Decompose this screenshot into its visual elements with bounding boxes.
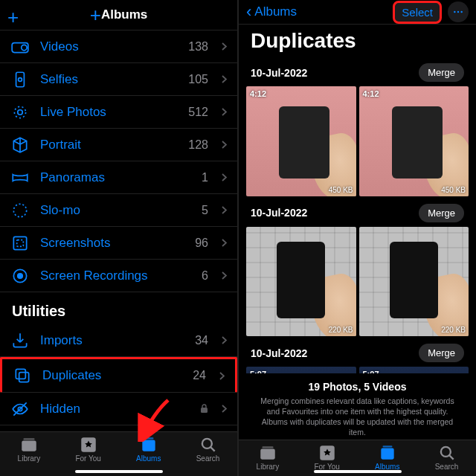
row-label: Live Photos <box>40 105 178 120</box>
row-label: Screenshots <box>40 236 184 251</box>
for-you-icon <box>318 445 337 461</box>
chevron-right-icon <box>222 108 227 116</box>
svg-rect-21 <box>144 437 153 439</box>
row-count: 5 <box>202 204 208 217</box>
album-row-selfies[interactable]: Selfies105 <box>0 63 237 96</box>
chevron-right-icon <box>222 75 227 83</box>
album-row-slo-mo[interactable]: Slo-mo5 <box>0 194 237 227</box>
chevron-right-icon <box>219 372 225 380</box>
portrait-icon <box>10 135 30 155</box>
row-label: Imports <box>40 333 184 348</box>
row-label: Videos <box>40 39 178 54</box>
chevron-right-icon <box>222 141 227 149</box>
duplicate-thumb[interactable]: 5:07758 KB <box>246 367 356 373</box>
duplicate-thumb[interactable]: 4:12450 KB <box>246 86 356 196</box>
back-button[interactable]: ‹ Albums <box>246 2 297 22</box>
duplicate-group: 10-Jul-2022Merge5:07758 KB5:07758 KB <box>243 341 472 373</box>
svg-rect-18 <box>23 438 34 440</box>
for-you-icon <box>79 437 98 453</box>
nav-bar: + Albums + <box>0 0 237 30</box>
utility-row-duplicates[interactable]: Duplicates24 <box>0 357 237 393</box>
thumb-size: 450 KB <box>329 186 353 194</box>
duplicate-thumb[interactable]: 4:12450 KB <box>359 86 469 196</box>
duplicate-thumb[interactable]: 220 KB <box>359 227 469 337</box>
tab-bar: Library For You Albums Search <box>239 440 476 476</box>
footer-note: 19 Photos, 5 Videos Merging combines rel… <box>239 373 476 440</box>
svg-rect-27 <box>260 448 275 459</box>
svg-point-10 <box>18 274 23 279</box>
albums-icon <box>378 445 397 461</box>
svg-rect-17 <box>22 440 36 451</box>
thumb-time: 4:12 <box>250 89 266 98</box>
row-label: Hidden <box>40 402 190 416</box>
lock-icon <box>200 404 208 414</box>
tab-albums[interactable]: Albums <box>136 437 161 463</box>
album-row-screenshots[interactable]: Screenshots96 <box>0 227 237 260</box>
add-icon[interactable]: + <box>7 6 19 29</box>
search-icon <box>199 437 218 453</box>
duplicates-icon <box>13 366 32 385</box>
row-label: Screen Recordings <box>40 268 191 283</box>
home-indicator[interactable] <box>314 470 402 473</box>
svg-point-32 <box>440 446 450 456</box>
thumb-row: 220 KB220 KB <box>243 227 472 337</box>
thumb-time: 5:07 <box>363 370 379 373</box>
utility-row-hidden[interactable]: Hidden <box>0 393 237 425</box>
merge-button[interactable]: Merge <box>419 344 464 362</box>
tab-search[interactable]: Search <box>196 437 220 463</box>
album-row-videos[interactable]: Videos138 <box>0 30 237 63</box>
svg-rect-8 <box>17 239 24 246</box>
thumb-size: 220 KB <box>329 326 353 334</box>
row-count: 105 <box>188 73 208 86</box>
select-button[interactable]: Select <box>394 2 440 22</box>
album-list[interactable]: Videos138Selfies105Live Photos512Portrai… <box>0 30 237 431</box>
tab-albums[interactable]: Albums <box>375 445 399 471</box>
add-button[interactable]: + <box>90 4 101 27</box>
duplicates-list[interactable]: 10-Jul-2022Merge4:12450 KB4:12450 KB10-J… <box>239 60 476 373</box>
svg-point-6 <box>13 204 26 216</box>
thumb-size: 220 KB <box>441 326 466 334</box>
merge-button[interactable]: Merge <box>419 204 464 222</box>
tab-for-you[interactable]: For You <box>314 445 339 471</box>
home-indicator[interactable] <box>75 470 163 473</box>
row-label: Slo-mo <box>40 203 191 218</box>
tab-for-you[interactable]: For You <box>75 437 100 463</box>
album-row-panoramas[interactable]: Panoramas1 <box>0 161 237 194</box>
tab-search[interactable]: Search <box>435 445 459 471</box>
nav-title: Albums <box>101 7 147 22</box>
svg-rect-7 <box>13 237 26 249</box>
album-row-live-photos[interactable]: Live Photos512 <box>0 96 237 129</box>
duplicate-thumb[interactable]: 5:07758 KB <box>359 367 469 373</box>
album-row-screen-recordings[interactable]: Screen Recordings6 <box>0 260 237 292</box>
row-count: 34 <box>195 334 208 347</box>
selfies-icon <box>10 70 30 89</box>
svg-point-3 <box>19 77 22 81</box>
svg-rect-15 <box>201 408 208 413</box>
search-icon <box>437 445 457 461</box>
svg-rect-2 <box>16 72 25 87</box>
merge-button[interactable]: Merge <box>419 63 464 82</box>
svg-point-5 <box>14 106 25 118</box>
page-title: Duplicates <box>239 25 476 60</box>
duplicate-group: 10-Jul-2022Merge4:12450 KB4:12450 KB <box>243 60 472 196</box>
album-row-portrait[interactable]: Portrait128 <box>0 129 237 161</box>
footer-title: 19 Photos, 5 Videos <box>255 381 460 393</box>
svg-rect-30 <box>381 448 393 459</box>
svg-point-22 <box>202 439 211 448</box>
row-label: Panoramas <box>40 170 191 185</box>
utility-row-recently-deleted[interactable]: Recently Deleted <box>0 425 237 431</box>
more-button[interactable] <box>448 1 469 22</box>
svg-point-4 <box>18 110 23 115</box>
tab-library[interactable]: Library <box>257 445 280 471</box>
utilities-header: Utilities <box>0 292 237 324</box>
utility-row-imports[interactable]: Imports34 <box>0 324 237 357</box>
row-count: 128 <box>188 138 208 152</box>
phone-albums: + Albums + + Videos138Selfies105Live Pho… <box>0 0 237 476</box>
svg-point-1 <box>22 45 27 50</box>
duplicate-group: 10-Jul-2022Merge220 KB220 KB <box>243 201 472 337</box>
duplicate-thumb[interactable]: 220 KB <box>246 227 356 337</box>
svg-rect-20 <box>142 440 155 451</box>
footer-desc: Merging combines relevant data like capt… <box>255 396 460 438</box>
tab-library[interactable]: Library <box>18 437 41 463</box>
svg-point-26 <box>460 11 462 13</box>
